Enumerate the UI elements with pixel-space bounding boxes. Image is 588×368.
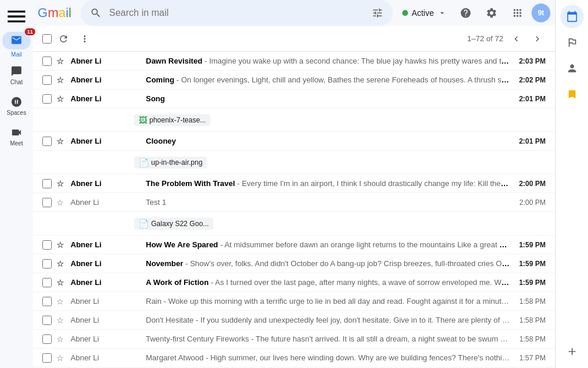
email-checkbox[interactable] [42, 278, 52, 287]
email-attachment-row[interactable]: 📄up-in-the-air.png [33, 151, 555, 174]
email-checkbox[interactable] [42, 297, 52, 306]
email-row[interactable]: ☆Abner LiTest 12:00 PM [33, 193, 555, 212]
email-star[interactable]: ☆ [56, 240, 66, 250]
email-star[interactable]: ☆ [56, 94, 66, 104]
email-checkbox[interactable] [42, 137, 52, 146]
email-time: 2:02 PM [515, 76, 546, 84]
email-star[interactable]: ☆ [56, 316, 66, 325]
chat-nav-item[interactable]: Chat [2, 61, 31, 89]
email-row[interactable]: ☆Abner LiTwenty-first Century Fireworks … [33, 330, 555, 349]
email-row[interactable]: ☆Abner LiHow We Are Spared - At midsumme… [33, 236, 555, 254]
help-button[interactable] [454, 1, 477, 25]
email-preview: - At midsummer before dawn an orange lig… [218, 240, 510, 249]
email-preview: - As I turned over the last page, after … [209, 278, 510, 287]
email-subject-preview: How We Are Spared - At midsummer before … [146, 240, 510, 249]
email-row[interactable]: ☆Abner LiRain - Woke up this morning wit… [33, 292, 555, 311]
search-bar[interactable] [81, 0, 392, 26]
email-star[interactable]: ☆ [56, 75, 66, 85]
contacts-icon [566, 62, 578, 74]
search-filter-icon[interactable] [372, 7, 383, 19]
email-subject-preview: Dawn Revisited - Imagine you wake up wit… [146, 57, 510, 65]
settings-button[interactable] [480, 1, 503, 25]
email-attachment-row[interactable]: 🖼phoenix-7-tease... [33, 108, 555, 132]
email-time: 2:00 PM [515, 180, 546, 188]
more-options-icon [79, 34, 90, 44]
email-star[interactable]: ☆ [56, 57, 66, 66]
email-row[interactable]: ☆Abner LiComing - On longer evenings, Li… [33, 71, 555, 89]
email-row[interactable]: ☆Abner LiThe Problem With Travel - Every… [33, 174, 555, 193]
email-star[interactable]: ☆ [56, 353, 66, 363]
keep-sidebar-button[interactable] [560, 82, 584, 106]
attachment-chip[interactable]: 📄up-in-the-air.png [134, 157, 207, 168]
email-checkbox[interactable] [42, 179, 52, 188]
attachment-chip[interactable]: 🖼phoenix-7-tease... [134, 114, 211, 126]
email-checkbox[interactable] [42, 316, 52, 325]
email-checkbox[interactable] [42, 57, 52, 66]
search-input[interactable] [109, 8, 364, 18]
email-time: 1:59 PM [515, 260, 546, 268]
active-status-button[interactable]: Active [397, 5, 452, 21]
email-preview: - If you suddenly and unexpectedly feel … [193, 316, 510, 324]
email-attachment-row[interactable]: 📄Galaxy S22 Goo... [33, 212, 555, 236]
email-row[interactable]: ☆Abner LiClooney2:01 PM [33, 132, 555, 151]
email-checkbox[interactable] [42, 353, 52, 363]
email-star[interactable]: ☆ [56, 297, 66, 306]
email-subject: Song [146, 94, 165, 103]
add-sidebar-button[interactable] [560, 340, 584, 363]
email-row[interactable]: ☆Abner LiMargaret Atwood - High summer, … [33, 349, 555, 367]
mail-nav-item[interactable]: 11 Mail [2, 31, 31, 59]
select-all-checkbox[interactable] [42, 34, 52, 44]
apps-button[interactable] [506, 1, 529, 25]
email-star[interactable]: ☆ [56, 179, 66, 188]
email-row[interactable]: ☆Abner LiDawn Revisited - Imagine you wa… [33, 52, 555, 71]
left-nav: 11 Mail Chat Spaces Meet [0, 0, 33, 368]
avatar-initials: 9t [538, 9, 544, 17]
contacts-sidebar-button[interactable] [560, 57, 584, 80]
prev-page-button[interactable] [508, 31, 524, 47]
refresh-button[interactable] [54, 29, 73, 48]
spaces-nav-item[interactable]: Spaces [2, 92, 31, 120]
active-label: Active [412, 8, 434, 18]
email-star[interactable]: ☆ [56, 278, 66, 287]
image-icon: 🖼 [139, 115, 147, 125]
add-icon [566, 346, 578, 357]
user-avatar[interactable]: 9t [532, 4, 550, 22]
menu-button[interactable] [5, 5, 28, 28]
email-checkbox[interactable] [42, 198, 52, 207]
next-page-button[interactable] [529, 31, 546, 47]
email-subject-preview: Coming - On longer evenings, Light, chil… [146, 75, 510, 84]
email-sender: Abner Li [71, 179, 141, 188]
email-checkbox[interactable] [42, 75, 52, 85]
meet-nav-item[interactable]: Meet [2, 122, 31, 151]
pdf-icon: 📄 [139, 219, 149, 228]
attachment-chip[interactable]: 📄Galaxy S22 Goo... [134, 218, 213, 230]
email-checkbox[interactable] [42, 240, 52, 250]
email-star[interactable]: ☆ [56, 137, 66, 146]
calendar-sidebar-button[interactable] [560, 5, 584, 28]
email-checkbox[interactable] [42, 259, 52, 268]
more-options-button[interactable] [75, 29, 94, 48]
email-star[interactable]: ☆ [56, 334, 66, 344]
email-subject: Don't Hesitate [146, 316, 193, 324]
email-row[interactable]: ☆Abner LiSong2:01 PM [33, 89, 555, 108]
email-checkbox[interactable] [42, 94, 52, 104]
right-sidebar [555, 0, 588, 368]
email-list: ☆Abner LiDawn Revisited - Imagine you wa… [33, 52, 555, 368]
active-chevron-icon [437, 8, 447, 18]
email-time: 1:57 PM [515, 354, 546, 362]
email-subject: Margaret Atwood [146, 353, 203, 362]
pdf-icon: 📄 [139, 158, 149, 167]
email-time: 1:59 PM [515, 241, 546, 249]
email-row[interactable]: ☆Abner LiDon't Hesitate - If you suddenl… [33, 311, 555, 330]
email-sender: Abner Li [71, 334, 141, 343]
tasks-sidebar-button[interactable] [560, 31, 584, 54]
email-row[interactable]: ☆Abner LiA Work of Fiction - As I turned… [33, 273, 555, 292]
email-row[interactable]: ☆Abner LiNovember - Show's over, folks. … [33, 254, 555, 273]
email-star[interactable]: ☆ [56, 259, 66, 268]
email-preview: - Woke up this morning with a terrific u… [162, 297, 510, 306]
email-checkbox[interactable] [42, 334, 52, 344]
status-dot [402, 10, 408, 16]
email-subject-preview: Rain - Woke up this morning with a terri… [146, 297, 510, 306]
email-sender: Abner Li [71, 137, 141, 145]
email-star[interactable]: ☆ [56, 198, 66, 207]
